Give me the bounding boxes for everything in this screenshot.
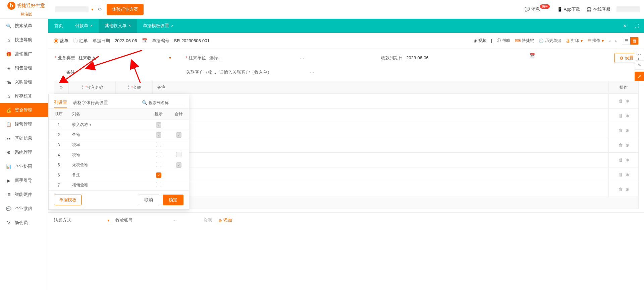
sidebar-item[interactable]: 📊企业协同 bbox=[0, 159, 48, 173]
column-row[interactable]: 6备注✓ bbox=[49, 170, 189, 180]
sidebar-item[interactable]: 🎁营销推广 bbox=[0, 47, 48, 61]
checkbox[interactable]: ✓ bbox=[176, 132, 181, 138]
sidebar-item[interactable]: 🛍采购管理 bbox=[0, 75, 48, 89]
next-icon[interactable]: ▸ bbox=[615, 39, 617, 43]
tab-close-icon[interactable]: × bbox=[171, 23, 173, 28]
sidebar-item[interactable]: ⚙系统管理 bbox=[0, 145, 48, 159]
card-view-icon[interactable]: ▦ bbox=[630, 37, 638, 45]
sidebar-item[interactable]: ⌂库存核算 bbox=[0, 89, 48, 103]
remark-input[interactable] bbox=[78, 68, 166, 76]
column-row[interactable]: 4税额 bbox=[49, 150, 189, 160]
calendar-icon[interactable]: 📅 bbox=[142, 38, 147, 43]
calendar-icon[interactable]: 📅 bbox=[530, 53, 535, 63]
user-info[interactable] bbox=[616, 6, 640, 12]
service-link[interactable]: 🎧 在线客服 bbox=[586, 6, 610, 12]
add-row-icon[interactable]: ⊕ bbox=[626, 187, 629, 192]
add-row-icon[interactable]: ⊕ bbox=[626, 172, 629, 177]
sidebar-item[interactable]: V畅会员 bbox=[0, 216, 48, 230]
checkbox[interactable] bbox=[156, 182, 161, 187]
tab-close-icon[interactable]: × bbox=[128, 23, 131, 28]
view-toggle[interactable]: ☰ ▦ bbox=[622, 37, 639, 45]
sidebar-item[interactable]: ☷基础信息 bbox=[0, 131, 48, 145]
fullscreen-icon[interactable]: ⛶ bbox=[632, 21, 641, 30]
checkbox[interactable] bbox=[156, 162, 161, 167]
checkbox[interactable]: ✓ bbox=[156, 172, 161, 178]
more-icon[interactable]: ⋯ bbox=[172, 218, 177, 223]
tab[interactable]: 首页 bbox=[48, 19, 69, 33]
sidebar-item[interactable]: 🔍搜索菜单 bbox=[0, 19, 48, 33]
prev-icon[interactable]: ◂ bbox=[608, 39, 610, 43]
sidebar-item[interactable]: ◈销售管理 bbox=[0, 61, 48, 75]
column-row[interactable]: 3税率 bbox=[49, 140, 189, 150]
checkbox[interactable]: ✓ bbox=[156, 122, 161, 128]
chevron-down-icon[interactable]: ▾ bbox=[169, 56, 171, 60]
delete-row-icon[interactable]: 🗑 bbox=[619, 187, 623, 192]
sidebar-item[interactable]: 🖥智能硬件 bbox=[0, 188, 48, 202]
add-link[interactable]: ⊕ 添加 bbox=[218, 217, 232, 223]
header-remark[interactable]: 备注 bbox=[157, 85, 165, 90]
add-row-icon[interactable]: ⊕ bbox=[626, 113, 629, 118]
ok-button[interactable]: 确定 bbox=[163, 195, 183, 205]
gear-icon[interactable]: ⚙ bbox=[98, 7, 102, 12]
duedate-input[interactable]: 2023-06-06 bbox=[406, 54, 453, 62]
add-row-icon[interactable]: ⊕ bbox=[626, 143, 629, 148]
header-income[interactable]: 收入名称 bbox=[87, 85, 103, 90]
org-selector[interactable]: ▾ bbox=[55, 6, 93, 12]
biztype-input[interactable]: 往来收入 bbox=[78, 54, 166, 63]
add-row-icon[interactable]: ⊕ bbox=[626, 128, 629, 133]
column-row[interactable]: 2金额✓✓ bbox=[49, 130, 189, 140]
shortcut-button[interactable]: ⌨ 快捷键 bbox=[515, 38, 534, 44]
app-download-link[interactable]: 📱 App下载 bbox=[557, 6, 580, 12]
add-row-icon[interactable]: ⊕ bbox=[626, 157, 629, 162]
related-customer-input[interactable] bbox=[219, 68, 307, 76]
delete-row-icon[interactable]: 🗑 bbox=[619, 172, 623, 177]
checkbox[interactable] bbox=[156, 142, 161, 147]
party-input[interactable] bbox=[209, 54, 297, 62]
rail-note-icon[interactable]: 🗨 bbox=[635, 49, 644, 58]
grid-settings-icon[interactable]: ⚙ bbox=[59, 85, 63, 90]
template-button[interactable]: 单据模板 bbox=[54, 195, 82, 205]
help-button[interactable]: ⓘ 帮助 bbox=[497, 38, 510, 44]
checkbox[interactable] bbox=[156, 152, 161, 157]
sidebar-item[interactable]: 📋经营管理 bbox=[0, 117, 48, 131]
doc-date-value[interactable]: 2023-06-06 bbox=[115, 38, 137, 43]
video-button[interactable]: ◉ 视频 bbox=[474, 38, 486, 44]
rail-edit-icon[interactable]: ✎ bbox=[635, 60, 644, 70]
tab-column-settings[interactable]: 列设置 bbox=[54, 97, 67, 108]
radio-red[interactable]: 红单 bbox=[73, 38, 88, 44]
delete-row-icon[interactable]: 🗑 bbox=[619, 113, 623, 118]
action-button[interactable]: ☷ 操作 ▾ bbox=[587, 38, 604, 44]
radio-blue[interactable]: 蓝单 bbox=[54, 38, 68, 44]
history-button[interactable]: 🕘 历史单据 bbox=[539, 38, 561, 44]
rail-expand-icon[interactable]: ⤢ bbox=[635, 72, 644, 81]
message-link[interactable]: 💬 消息 99+ bbox=[525, 6, 551, 12]
more-icon[interactable]: ⋯ bbox=[310, 70, 315, 75]
tab-row-height[interactable]: 表格字体行高设置 bbox=[73, 98, 108, 108]
column-row[interactable]: 5无税金额✓ bbox=[49, 160, 189, 170]
tab[interactable]: 单据模板设置× bbox=[137, 19, 179, 33]
column-row[interactable]: 7核销金额 bbox=[49, 180, 189, 190]
tab-close-icon[interactable]: × bbox=[90, 23, 93, 28]
try-industry-button[interactable]: 体验行业方案 bbox=[107, 4, 144, 15]
more-icon[interactable]: ⋯ bbox=[300, 56, 305, 61]
sidebar-item[interactable]: ⌂快捷导航 bbox=[0, 33, 48, 47]
sidebar-item[interactable]: 💬企业微信 bbox=[0, 202, 48, 216]
print-button[interactable]: 🖨 打印 ▾ bbox=[566, 38, 583, 44]
checkbox[interactable]: ✓ bbox=[156, 132, 161, 138]
cancel-button[interactable]: 取消 bbox=[138, 195, 159, 205]
sidebar-item[interactable]: ▶新手引导 bbox=[0, 173, 48, 188]
delete-row-icon[interactable]: 🗑 bbox=[619, 128, 623, 133]
column-row[interactable]: 1收入名称 ▾✓ bbox=[49, 120, 189, 130]
chevron-down-icon[interactable]: ▾ bbox=[107, 218, 109, 223]
popup-search-input[interactable] bbox=[149, 100, 182, 105]
checkbox[interactable]: ✓ bbox=[176, 162, 181, 168]
header-amount[interactable]: 金额 bbox=[133, 85, 141, 90]
sidebar-item[interactable]: 💰资金管理 bbox=[0, 103, 48, 117]
delete-row-icon[interactable]: 🗑 bbox=[619, 98, 623, 103]
tab[interactable]: 其他收入单× bbox=[99, 19, 137, 33]
popup-search[interactable]: 🔍 bbox=[141, 99, 183, 106]
delete-row-icon[interactable]: 🗑 bbox=[619, 157, 623, 162]
list-view-icon[interactable]: ☰ bbox=[622, 37, 630, 45]
tab[interactable]: 付款单× bbox=[69, 19, 99, 33]
delete-row-icon[interactable]: 🗑 bbox=[619, 143, 623, 148]
